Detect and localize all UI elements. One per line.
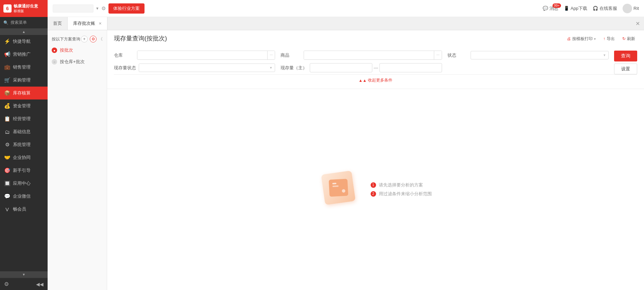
sidebar-item-label: 资金管理 bbox=[13, 103, 31, 109]
sidebar-item-label: 企业协同 bbox=[13, 155, 31, 161]
message-icon: 💬 bbox=[543, 6, 548, 11]
inventory-icon: 📦 bbox=[4, 90, 10, 96]
filter-collapse-icon[interactable]: 《 bbox=[99, 36, 103, 42]
phone-icon: 📱 bbox=[564, 6, 569, 11]
inventory-qty-field: 现存量（主） — bbox=[281, 63, 442, 72]
sidebar-item-finance[interactable]: 💰 资金管理 bbox=[0, 99, 48, 112]
tab-home[interactable]: 首页 bbox=[48, 17, 68, 30]
warehouse-input-wrap[interactable]: ··· bbox=[137, 51, 275, 60]
tabbar: 首页 库存批次账 ✕ ✕ bbox=[48, 17, 644, 30]
inventory-status-chevron-icon: ▾ bbox=[270, 66, 272, 70]
app-logo: 6 bbox=[3, 4, 12, 13]
sidebar-item-operations[interactable]: 📋 经营管理 bbox=[0, 112, 48, 125]
search-icon: 🔍 bbox=[3, 20, 9, 25]
query-area: 现存量查询(按批次) 🖨 按模板打印 ▾ ↑ 导出 ↻ bbox=[107, 30, 644, 290]
enterprise-icon: 🤝 bbox=[4, 155, 10, 161]
sidebar-item-enterprise[interactable]: 🤝 企业协同 bbox=[0, 151, 48, 164]
sidebar-item-purchase[interactable]: 🛒 采购管理 bbox=[0, 74, 48, 87]
marketing-icon: 📢 bbox=[4, 51, 10, 57]
avatar bbox=[623, 4, 632, 13]
product-input[interactable] bbox=[304, 51, 434, 59]
sidebar-bottom: ⚙ ◀◀ bbox=[0, 278, 48, 290]
topbar-chevron-icon[interactable]: ▾ bbox=[96, 6, 99, 11]
query-toolbar: 🖨 按模板打印 ▾ ↑ 导出 ↻ 刷新 bbox=[565, 35, 637, 43]
app-name-block: 畅康通好生意 标准版 bbox=[14, 3, 38, 14]
refresh-label: 刷新 bbox=[627, 36, 635, 42]
collapse-bar[interactable]: ▲▲ 收起更多条件 bbox=[114, 74, 637, 86]
inventory-qty-min[interactable] bbox=[310, 63, 372, 72]
sidebar-scroll-up-btn[interactable]: ▲ bbox=[0, 29, 48, 35]
sidebar-item-vip[interactable]: V 畅会员 bbox=[0, 203, 48, 216]
tip1-text: 请先选择要分析的方案 bbox=[379, 181, 423, 189]
messages-button[interactable]: 💬 消息 99+ bbox=[543, 5, 558, 12]
filter-item-by-warehouse-batch[interactable]: ○ 按仓库+批次 bbox=[48, 56, 107, 68]
product-input-wrap[interactable]: ··· bbox=[304, 51, 442, 60]
app-center-icon: 🔲 bbox=[4, 180, 10, 186]
status-field: 状态 ▾ bbox=[447, 51, 609, 59]
purchase-icon: 🛒 bbox=[4, 77, 10, 83]
warehouse-label: 仓库 bbox=[114, 52, 134, 58]
sidebar-item-inventory[interactable]: 📦 库存核算 bbox=[0, 87, 48, 99]
refresh-icon: ↻ bbox=[622, 36, 626, 41]
online-service-label: 在线客服 bbox=[599, 5, 617, 12]
export-btn[interactable]: ↑ 导出 bbox=[601, 35, 617, 43]
tab-close-icon[interactable]: ✕ bbox=[99, 21, 102, 26]
headset-icon: 🎧 bbox=[593, 6, 598, 11]
collapse-sidebar-icon[interactable]: ◀◀ bbox=[36, 282, 44, 287]
print-btn[interactable]: 🖨 按模板打印 ▾ bbox=[565, 35, 598, 43]
inventory-status-label: 现存量状态 bbox=[114, 65, 136, 71]
query-actions: 查询 设置 bbox=[614, 51, 637, 74]
sidebar-item-label: 基础信息 bbox=[13, 129, 31, 135]
product-more-btn[interactable]: ··· bbox=[434, 51, 441, 59]
sidebar-item-label: 企业微信 bbox=[13, 193, 31, 199]
filter-add-btn[interactable]: + bbox=[81, 36, 88, 42]
topbar-gear-icon[interactable]: ⚙ bbox=[101, 5, 106, 12]
refresh-btn[interactable]: ↻ 刷新 bbox=[620, 35, 637, 43]
sidebar-item-label: 营销推广 bbox=[13, 51, 31, 57]
warehouse-input[interactable] bbox=[137, 51, 267, 59]
settings-icon[interactable]: ⚙ bbox=[4, 281, 9, 287]
status-label: 状态 bbox=[447, 52, 468, 58]
empty-state: 1 请先选择要分析的方案 2 用过滤条件来缩小分析范围 bbox=[107, 89, 644, 290]
sidebar-scroll-down-btn[interactable]: ▼ bbox=[0, 271, 48, 278]
online-service-button[interactable]: 🎧 在线客服 bbox=[593, 5, 617, 12]
warehouse-more-btn[interactable]: ··· bbox=[267, 51, 275, 59]
inventory-qty-max[interactable] bbox=[379, 63, 442, 72]
sidebar-item-label: 畅会员 bbox=[13, 206, 26, 212]
settings-button[interactable]: 设置 bbox=[614, 64, 637, 74]
tabbar-close-btn[interactable]: ✕ bbox=[631, 20, 644, 27]
tab-inventory-batch[interactable]: 库存批次账 ✕ bbox=[68, 17, 107, 30]
status-select[interactable]: ▾ bbox=[471, 51, 609, 59]
sidebar-header: 6 畅康通好生意 标准版 bbox=[0, 0, 48, 17]
query-header: 现存量查询(按批次) 🖨 按模板打印 ▾ ↑ 导出 ↻ bbox=[107, 30, 644, 89]
filter-settings-btn[interactable]: ⚙ bbox=[90, 36, 97, 42]
sidebar-item-label: 库存核算 bbox=[13, 90, 31, 96]
sidebar-menu: ⚡ 快捷导航 📢 营销推广 💼 销售管理 🛒 采购管理 📦 库存核算 💰 资金管… bbox=[0, 35, 48, 271]
sidebar-item-label: 应用中心 bbox=[13, 180, 31, 186]
sidebar-item-label: 经营管理 bbox=[13, 116, 31, 122]
topbar-search-input[interactable] bbox=[53, 4, 94, 13]
vip-icon: V bbox=[4, 206, 10, 212]
sidebar-item-marketing[interactable]: 📢 营销推广 bbox=[0, 48, 48, 61]
inventory-status-select[interactable]: ▾ bbox=[139, 64, 275, 72]
print-chevron-icon[interactable]: ▾ bbox=[594, 37, 596, 41]
product-label: 商品 bbox=[281, 52, 301, 58]
sidebar-item-sales[interactable]: 💼 销售管理 bbox=[0, 61, 48, 74]
query-button[interactable]: 查询 bbox=[614, 51, 637, 61]
tip2-text: 用过滤条件来缩小分析范围 bbox=[379, 189, 432, 198]
sidebar-item-guide[interactable]: 🎯 新手引导 bbox=[0, 164, 48, 177]
filter-item-by-batch[interactable]: ● 按批次 bbox=[48, 44, 107, 56]
trial-button[interactable]: 体验行业方案 bbox=[108, 3, 145, 14]
quick-nav-icon: ⚡ bbox=[4, 38, 10, 44]
sidebar-item-basic-info[interactable]: 🗂 基础信息 bbox=[0, 125, 48, 138]
export-icon: ↑ bbox=[603, 36, 605, 41]
sidebar-item-label: 销售管理 bbox=[13, 64, 31, 70]
user-avatar-button[interactable]: Rit bbox=[623, 4, 639, 13]
sidebar-search[interactable]: 🔍 搜索菜单 bbox=[0, 17, 48, 29]
sidebar-item-wechat[interactable]: 💬 企业微信 bbox=[0, 190, 48, 203]
sidebar-item-system[interactable]: ⚙ 系统管理 bbox=[0, 138, 48, 151]
sidebar-item-app-center[interactable]: 🔲 应用中心 bbox=[0, 177, 48, 190]
app-download-button[interactable]: 📱 App下载 bbox=[564, 5, 587, 12]
sidebar-item-quick-nav[interactable]: ⚡ 快捷导航 bbox=[0, 35, 48, 48]
tab-inventory-batch-label: 库存批次账 bbox=[73, 20, 95, 26]
